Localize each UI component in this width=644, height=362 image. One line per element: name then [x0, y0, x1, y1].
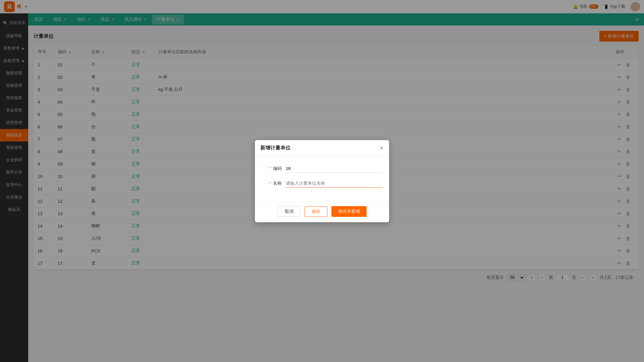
- required-star: *: [269, 166, 271, 171]
- required-star: *: [269, 181, 271, 186]
- code-label: * 编码: [262, 166, 282, 172]
- form-row-code: * 编码: [262, 164, 382, 173]
- form-row-name: * 名称: [262, 179, 382, 188]
- dialog-close-btn[interactable]: ✕: [379, 145, 384, 151]
- modal-overlay: 新增计量单位 ✕ * 编码 * 名称: [0, 0, 644, 362]
- dialog-title: 新增计量单位: [260, 145, 290, 151]
- cancel-button[interactable]: 取消: [278, 206, 301, 217]
- save-and-new-button[interactable]: 保存并新增: [331, 206, 367, 217]
- name-input[interactable]: [285, 179, 382, 188]
- name-label: * 名称: [262, 180, 282, 186]
- dialog-header: 新增计量单位 ✕: [255, 140, 389, 156]
- add-unit-dialog: 新增计量单位 ✕ * 编码 * 名称: [255, 140, 389, 222]
- dialog-body: * 编码 * 名称: [255, 156, 389, 202]
- dialog-footer: 取消 保存 保存并新增: [255, 202, 389, 222]
- code-input[interactable]: [285, 164, 382, 173]
- save-button[interactable]: 保存: [305, 206, 327, 217]
